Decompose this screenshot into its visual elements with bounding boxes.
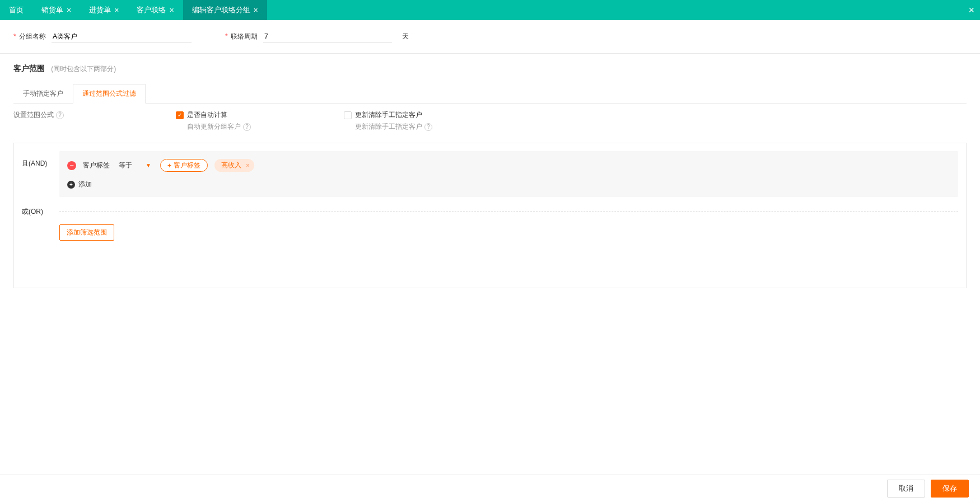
condition-field: 客户标签 — [83, 161, 110, 170]
help-icon[interactable]: ? — [424, 123, 432, 131]
help-icon[interactable]: ? — [56, 111, 64, 119]
cycle-label: * 联络周期 — [225, 32, 258, 41]
condition-row: − 客户标签 等于 ▼ + 客户标签 高收入 × — [67, 159, 950, 172]
customer-scope-section: 客户范围 (同时包含以下两部分) 手动指定客户 通过范围公式过滤 设置范围公式 … — [0, 54, 980, 298]
auto-calc-desc: 自动更新分组客户 ? — [187, 122, 344, 132]
chevron-down-icon: ▼ — [146, 162, 151, 168]
close-icon[interactable]: × — [114, 6, 119, 14]
clear-manual-checkbox[interactable] — [344, 111, 352, 119]
tab-manual-customers[interactable]: 手动指定客户 — [13, 84, 73, 103]
tab-formula-filter[interactable]: 通过范围公式过滤 — [73, 84, 146, 104]
formula-label: 设置范围公式 ? — [13, 110, 176, 120]
tab-customer-contact[interactable]: 客户联络 × — [128, 0, 183, 20]
remove-condition-button[interactable]: − — [67, 161, 76, 170]
tab-label: 进货单 — [89, 5, 111, 15]
auto-calc-group: ✓ 是否自动计算 自动更新分组客户 ? — [176, 110, 344, 132]
tab-label: 首页 — [9, 5, 24, 15]
and-group: 且(AND) − 客户标签 等于 ▼ + 客户标签 — [22, 151, 958, 197]
tab-label: 销货单 — [41, 5, 63, 15]
and-label: 且(AND) — [22, 151, 53, 168]
add-customer-tag-button[interactable]: + 客户标签 — [160, 159, 208, 172]
add-filter-range-button[interactable]: 添加筛选范围 — [59, 224, 114, 241]
or-row: 或(OR) — [22, 207, 958, 217]
tab-purchase[interactable]: 进货单 × — [80, 0, 128, 20]
group-name-field: * 分组名称 — [13, 30, 192, 43]
tag-chip: 高收入 × — [214, 159, 254, 172]
cycle-field: * 联络周期 天 — [225, 30, 409, 43]
cycle-input[interactable] — [263, 30, 392, 43]
add-condition-button[interactable]: + 添加 — [67, 180, 950, 189]
required-mark: * — [13, 32, 16, 40]
clear-manual-desc: 更新清除手工指定客户 ? — [355, 122, 432, 132]
plus-circle-icon: + — [67, 181, 75, 189]
tab-bar-close-button[interactable]: × — [968, 0, 974, 20]
tab-bar: 首页 销货单 × 进货单 × 客户联络 × 编辑客户联络分组 × × — [0, 0, 980, 20]
tag-chip-close-icon[interactable]: × — [246, 162, 250, 170]
clear-manual-group: 更新清除手工指定客户 更新清除手工指定客户 ? — [344, 110, 432, 132]
required-mark: * — [225, 32, 228, 40]
close-icon[interactable]: × — [169, 6, 174, 14]
filter-box: 且(AND) − 客户标签 等于 ▼ + 客户标签 — [13, 143, 967, 288]
auto-calc-label: 是否自动计算 — [187, 110, 227, 120]
group-name-input[interactable] — [52, 30, 192, 43]
form-section: * 分组名称 * 联络周期 天 — [0, 20, 980, 54]
tab-home[interactable]: 首页 — [0, 0, 32, 20]
tab-sales[interactable]: 销货单 × — [32, 0, 80, 20]
tab-label: 编辑客户联络分组 — [192, 5, 250, 15]
group-name-label: * 分组名称 — [13, 32, 46, 41]
clear-manual-label: 更新清除手工指定客户 — [355, 110, 422, 120]
scope-subtitle: (同时包含以下两部分) — [51, 65, 116, 73]
conditions-container: − 客户标签 等于 ▼ + 客户标签 高收入 × — [59, 151, 958, 197]
or-divider — [59, 212, 958, 212]
plus-icon: + — [167, 162, 171, 170]
scope-tabs: 手动指定客户 通过范围公式过滤 — [13, 84, 967, 104]
cycle-unit: 天 — [402, 32, 409, 41]
operator-select[interactable]: 等于 ▼ — [116, 159, 153, 171]
or-label: 或(OR) — [22, 207, 53, 217]
tab-label: 客户联络 — [137, 5, 166, 15]
close-icon[interactable]: × — [254, 6, 258, 14]
tag-chip-label: 高收入 — [221, 161, 241, 170]
scope-title: 客户范围 — [13, 64, 45, 74]
formula-settings: 设置范围公式 ? ✓ 是否自动计算 自动更新分组客户 ? 更新清除手工指定客户 — [13, 104, 967, 138]
tab-edit-contact-group[interactable]: 编辑客户联络分组 × — [183, 0, 267, 20]
help-icon[interactable]: ? — [243, 123, 251, 131]
operator-value: 等于 — [119, 161, 132, 170]
auto-calc-checkbox[interactable]: ✓ — [176, 111, 184, 119]
close-icon[interactable]: × — [67, 6, 71, 14]
